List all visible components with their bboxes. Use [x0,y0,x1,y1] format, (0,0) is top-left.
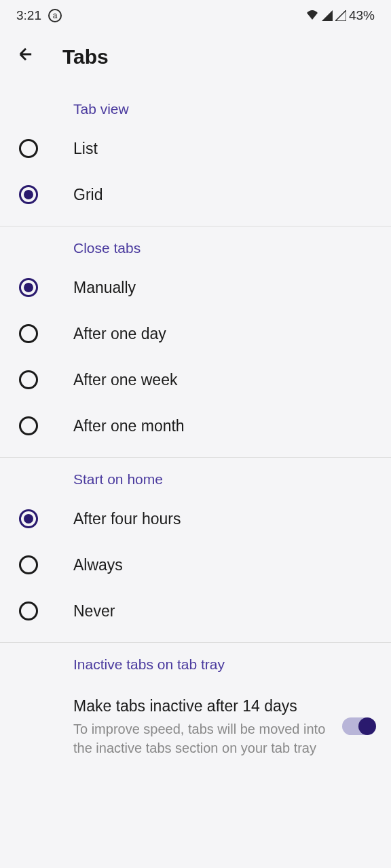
section-tab-view: Tab view List Grid [0,87,391,226]
option-never[interactable]: Never [0,588,391,634]
option-four-hours[interactable]: After four hours [0,496,391,542]
radio-icon [19,139,38,158]
option-label: Manually [73,279,136,297]
option-label: Always [73,556,123,574]
toggle-switch[interactable] [342,717,375,735]
toggle-knob [358,717,376,735]
option-grid[interactable]: Grid [0,172,391,218]
radio-icon [19,370,38,389]
radio-icon [19,416,38,435]
option-label: After one month [73,417,185,435]
toggle-description: To improve speed, tabs will be moved int… [73,719,329,757]
section-title-tab-view: Tab view [0,87,391,125]
page-title: Tabs [62,45,109,68]
option-after-month[interactable]: After one month [0,403,391,449]
section-title-inactive: Inactive tabs on tab tray [0,643,391,681]
signal-icon-2 [335,10,346,21]
back-arrow-icon[interactable] [16,45,35,68]
option-label: Grid [73,186,103,204]
radio-icon-selected [19,278,38,297]
toggle-row-inactive[interactable]: Make tabs inactive after 14 days To impr… [0,681,391,774]
battery-text: 43% [349,8,375,23]
option-label: After four hours [73,510,181,528]
section-close-tabs: Close tabs Manually After one day After … [0,226,391,458]
section-start-home: Start on home After four hours Always Ne… [0,458,391,643]
section-inactive-tabs: Inactive tabs on tab tray Make tabs inac… [0,643,391,782]
option-label: List [73,140,98,158]
toggle-title: Make tabs inactive after 14 days [73,697,329,715]
option-after-day[interactable]: After one day [0,311,391,357]
status-bar: 3:21 a 43% [0,0,391,28]
signal-icon [322,10,333,21]
option-label: After one week [73,371,177,389]
option-after-week[interactable]: After one week [0,357,391,403]
radio-icon [19,601,38,620]
radio-icon [19,324,38,343]
option-label: Never [73,602,115,620]
section-title-start-home: Start on home [0,458,391,496]
radio-icon [19,555,38,574]
lock-icon: a [48,9,62,22]
header: Tabs [0,28,391,87]
status-time: 3:21 [16,8,41,23]
wifi-icon [305,8,319,23]
radio-icon-selected [19,185,38,204]
option-manually[interactable]: Manually [0,264,391,311]
section-title-close-tabs: Close tabs [0,226,391,264]
option-label: After one day [73,325,166,343]
option-list[interactable]: List [0,125,391,172]
radio-icon-selected [19,509,38,528]
option-always[interactable]: Always [0,542,391,588]
